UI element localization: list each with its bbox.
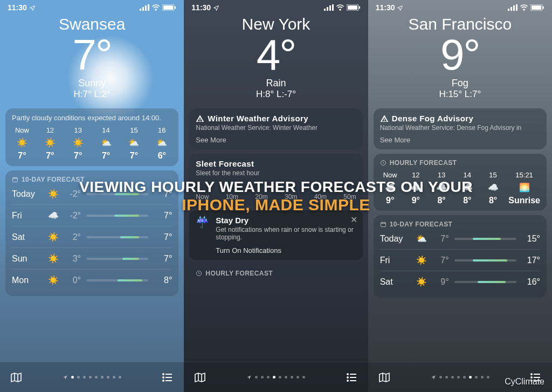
- advisory-header: Dense Fog Advisory: [380, 114, 540, 123]
- page-dot[interactable]: [302, 376, 305, 379]
- day-low: 9°: [431, 277, 449, 287]
- weather-icon: ☁️: [436, 182, 447, 192]
- hour-column[interactable]: 14☁️8°: [457, 171, 478, 205]
- page-dot[interactable]: [273, 376, 275, 379]
- hourly-card[interactable]: HOURLY FORECAST Now☁️9°12☁️9°13☁️8°14☁️8…: [374, 154, 547, 211]
- map-icon[interactable]: [378, 371, 391, 384]
- daily-list: Today⛅7°15°Fri☀️7°17°Sat☀️9°16°: [380, 228, 540, 292]
- page-dots[interactable]: [431, 375, 489, 380]
- page-dot[interactable]: [95, 376, 98, 379]
- list-icon[interactable]: [346, 371, 358, 384]
- day-name: Sat: [12, 232, 44, 242]
- daily-row[interactable]: Today☀️-2°7°: [12, 183, 172, 204]
- hour-column[interactable]: Now☁️9°: [380, 171, 401, 205]
- notification-card[interactable]: ☔ Stay Dry Get notifications when rain o…: [189, 210, 362, 260]
- hour-label: 13: [438, 171, 445, 179]
- status-time: 11:30: [376, 3, 395, 12]
- daily-card[interactable]: 10-DAY FORECAST Today⛅7°15°Fri☀️7°17°Sat…: [374, 215, 547, 298]
- hour-column[interactable]: 13☁️8°: [431, 171, 452, 205]
- page-dot[interactable]: [83, 376, 86, 379]
- hour-column[interactable]: 13☀️7°: [68, 126, 88, 161]
- hourly-row[interactable]: Now☁️9°12☁️9°13☁️8°14☁️8°15☁️8°15:21🌅Sun…: [380, 171, 540, 205]
- close-icon[interactable]: ✕: [350, 215, 357, 225]
- day-name: Today: [12, 189, 44, 199]
- temp-range-bar: [86, 258, 148, 260]
- page-dots[interactable]: [63, 375, 121, 380]
- hour-column[interactable]: 14⛅7°: [96, 126, 116, 161]
- location-dot-icon[interactable]: [431, 375, 436, 380]
- see-more-link[interactable]: See More: [196, 136, 356, 144]
- svg-point-23: [347, 380, 348, 381]
- map-icon[interactable]: [194, 371, 206, 384]
- hourly-card[interactable]: Partly cloudy conditions expected around…: [5, 108, 178, 166]
- weather-icon: ⛅: [156, 137, 167, 148]
- page-dot[interactable]: [89, 376, 92, 379]
- advisory-card[interactable]: Winter Weather Advisory National Weather…: [189, 108, 362, 149]
- hour-temp: 8°: [489, 196, 497, 205]
- page-dot[interactable]: [71, 376, 74, 379]
- page-dot[interactable]: [487, 376, 489, 379]
- page-dot[interactable]: [457, 376, 460, 379]
- clock-icon: [196, 270, 202, 277]
- status-bar: 11:30: [184, 0, 368, 13]
- daily-row[interactable]: Sat☀️2°7°: [12, 226, 172, 247]
- sleet-card[interactable]: Sleet Forecast Sleet for the next hour N…: [189, 154, 362, 206]
- page-dot[interactable]: [439, 376, 442, 379]
- hour-column[interactable]: 12☀️7°: [40, 126, 60, 161]
- page-dot[interactable]: [279, 376, 281, 379]
- page-dot[interactable]: [261, 376, 264, 379]
- sleet-tick: Now: [196, 193, 209, 201]
- notif-action[interactable]: Turn On Notifications: [216, 246, 356, 255]
- list-icon[interactable]: [161, 371, 174, 384]
- page-dot[interactable]: [285, 376, 287, 379]
- weather-icon: ☁️: [488, 182, 499, 192]
- page-dot[interactable]: [119, 376, 121, 379]
- svg-rect-26: [513, 5, 515, 11]
- page-dot[interactable]: [481, 376, 484, 379]
- daily-row[interactable]: Fri☀️7°17°: [380, 249, 540, 271]
- page-dot[interactable]: [291, 376, 293, 379]
- day-high: 8°: [154, 276, 172, 285]
- hour-column[interactable]: 15:21🌅Sunrise: [508, 171, 540, 205]
- page-dot[interactable]: [255, 376, 258, 379]
- status-bar: 11:30: [0, 0, 184, 13]
- daily-row[interactable]: Sat☀️9°16°: [380, 271, 540, 292]
- page-dot[interactable]: [445, 376, 448, 379]
- page-dot[interactable]: [101, 376, 104, 379]
- page-dot[interactable]: [113, 376, 115, 379]
- weather-icon: ☀️: [44, 275, 63, 285]
- hour-temp: 7°: [46, 151, 54, 161]
- daily-row[interactable]: Sun☀️3°7°: [12, 247, 172, 269]
- hour-temp: 6°: [158, 151, 166, 161]
- map-icon[interactable]: [10, 371, 23, 384]
- page-dot[interactable]: [451, 376, 454, 379]
- svg-rect-1: [142, 7, 144, 11]
- see-more-link[interactable]: See More: [380, 136, 540, 144]
- location-dot-icon[interactable]: [246, 375, 252, 380]
- hour-column[interactable]: 15⛅7°: [123, 126, 144, 161]
- hourly-card[interactable]: HOURLY FORECAST: [189, 264, 362, 279]
- page-dot[interactable]: [296, 376, 299, 379]
- page-dot[interactable]: [475, 376, 478, 379]
- hour-column[interactable]: Now☀️7°: [12, 126, 32, 161]
- temp-range-bar: [86, 236, 148, 238]
- page-dot[interactable]: [77, 376, 80, 379]
- page-dot[interactable]: [463, 376, 466, 379]
- page-dot[interactable]: [469, 376, 472, 379]
- hour-column[interactable]: 12☁️9°: [405, 171, 426, 205]
- battery-icon: [162, 4, 176, 11]
- page-dots[interactable]: [246, 375, 305, 380]
- hour-column[interactable]: 15☁️8°: [483, 171, 503, 205]
- daily-row[interactable]: Today⛅7°15°: [380, 228, 540, 249]
- page-dot[interactable]: [107, 376, 109, 379]
- svg-rect-0: [140, 9, 141, 11]
- hour-column[interactable]: 16⛅6°: [151, 126, 172, 161]
- daily-row[interactable]: Mon☀️0°8°: [12, 269, 172, 291]
- advisory-card[interactable]: Dense Fog Advisory National Weather Serv…: [374, 108, 547, 149]
- daily-row[interactable]: Fri☁️-2°7°: [12, 204, 172, 226]
- daily-card[interactable]: 10-DAY FORECAST Today☀️-2°7°Fri☁️-2°7°Sa…: [5, 170, 178, 296]
- page-dot[interactable]: [267, 376, 270, 379]
- sleet-header: Sleet Forecast: [196, 159, 356, 168]
- hourly-row[interactable]: Now☀️7°12☀️7°13☀️7°14⛅7°15⛅7°16⛅6°: [12, 126, 172, 161]
- location-dot-icon[interactable]: [63, 375, 68, 380]
